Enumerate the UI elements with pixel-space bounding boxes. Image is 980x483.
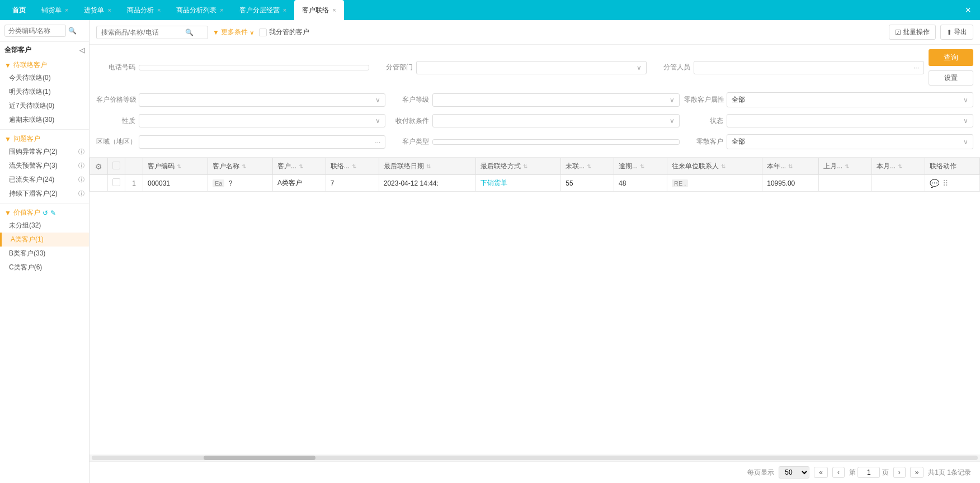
td-last-method[interactable]: 下销货单	[476, 175, 561, 192]
per-page-select[interactable]: 50 100 200	[779, 466, 809, 479]
nav-tab-sales[interactable]: 销货单 ×	[34, 0, 76, 20]
retail-attr-input[interactable]: 全部 ∨	[727, 92, 973, 107]
sidebar-item-a-class[interactable]: A类客户(1)	[0, 233, 89, 247]
price-level-input[interactable]: ∨	[139, 93, 385, 107]
th-uncontacted[interactable]: 未联... ⇅	[561, 158, 614, 175]
th-contact-count[interactable]: 联络... ⇅	[326, 158, 379, 175]
close-icon[interactable]: ×	[332, 7, 336, 13]
my-customers-checkbox[interactable]: 我分管的客户	[259, 27, 309, 37]
th-type[interactable]: 客户... ⇅	[272, 158, 326, 175]
th-overdue[interactable]: 逾期... ⇅	[614, 158, 667, 175]
sort-icon[interactable]: ⇅	[177, 163, 181, 169]
sort-icon[interactable]: ⇅	[640, 163, 644, 169]
th-settings[interactable]: ⚙	[90, 158, 108, 175]
sidebar-group-problem[interactable]: ▼ 问题客户	[0, 132, 89, 145]
customer-type-input[interactable]	[432, 139, 679, 145]
sidebar-group-value[interactable]: ▼ 价值客户 ↺ ✎	[0, 206, 89, 219]
edit-icon[interactable]: ✎	[50, 209, 56, 217]
sort-icon[interactable]: ⇅	[523, 163, 527, 169]
qr-icon[interactable]: ⠿	[943, 179, 948, 188]
sidebar-all-customers[interactable]: 全部客户 ◁	[0, 42, 89, 58]
nav-tab-analysis[interactable]: 商品分析 ×	[119, 0, 168, 20]
customer-level-input[interactable]: ∨	[432, 93, 679, 107]
th-name[interactable]: 客户名称 ⇅	[208, 158, 272, 175]
horizontal-scrollbar[interactable]	[89, 454, 980, 461]
retail-customer-input[interactable]: 全部 ∨	[727, 134, 973, 149]
th-this-month[interactable]: 本月... ⇅	[872, 158, 925, 175]
refresh-icon[interactable]: ↺	[43, 209, 48, 217]
th-last-method[interactable]: 最后联络方式 ⇅	[476, 158, 561, 175]
status-input[interactable]: ∨	[727, 114, 973, 127]
th-this-year[interactable]: 本年... ⇅	[762, 158, 819, 175]
payment-input[interactable]: ∨	[432, 114, 679, 127]
sort-icon[interactable]: ⇅	[898, 163, 902, 169]
sidebar-item-declining[interactable]: 持续下滑客户(2) ⓘ	[0, 187, 89, 201]
region-input[interactable]: ···	[139, 135, 385, 149]
sort-icon[interactable]: ⇅	[299, 163, 303, 169]
sidebar-item-hoarding[interactable]: 囤购异常客户(2) ⓘ	[0, 145, 89, 159]
message-icon[interactable]: 💬	[930, 179, 939, 188]
sort-icon[interactable]: ⇅	[352, 163, 356, 169]
sidebar-item-c-class[interactable]: C类客户(6)	[0, 261, 89, 274]
dept-input[interactable]: ∨	[416, 61, 647, 74]
sidebar-item-overdue[interactable]: 逾期未联络(30)	[0, 113, 89, 127]
more-icon[interactable]: ···	[375, 138, 380, 146]
gear-icon[interactable]: ⚙	[95, 162, 102, 171]
batch-ops-button[interactable]: ☑ 批量操作	[889, 25, 936, 40]
th-code[interactable]: 客户编码 ⇅	[143, 158, 208, 175]
checkbox-icon[interactable]	[259, 29, 267, 36]
select-all-checkbox[interactable]	[112, 162, 120, 169]
sidebar-item-churned[interactable]: 已流失客户(24) ⓘ	[0, 173, 89, 187]
search-input[interactable]	[101, 29, 185, 36]
collapse-icon[interactable]: ◁	[79, 46, 84, 54]
nav-tab-customer-contact[interactable]: 客户联络 ×	[294, 0, 343, 20]
prev-page-button[interactable]: ‹	[832, 467, 845, 478]
close-icon[interactable]: ×	[283, 7, 286, 13]
nav-tab-customer-seg[interactable]: 客户分层经营 ×	[232, 0, 294, 20]
more-icon[interactable]: ···	[913, 64, 919, 72]
sidebar-search-icon[interactable]: 🔍	[68, 27, 77, 35]
th-last-month[interactable]: 上月... ⇅	[819, 158, 872, 175]
sidebar-item-7days[interactable]: 近7天待联络(0)	[0, 99, 89, 113]
sidebar-item-churn-warning[interactable]: 流失预警客户(3) ⓘ	[0, 159, 89, 173]
last-page-button[interactable]: »	[910, 467, 924, 478]
more-filters-btn[interactable]: ▼ 更多条件 ∨	[213, 27, 255, 37]
sidebar-item-tomorrow[interactable]: 明天待联络(1)	[0, 85, 89, 99]
sidebar-group-pending[interactable]: ▼ 待联络客户	[0, 58, 89, 71]
row-checkbox[interactable]	[112, 178, 120, 186]
query-button[interactable]: 查询	[929, 49, 973, 66]
scrollbar-thumb[interactable]	[204, 456, 315, 460]
settings-button[interactable]: 设置	[929, 70, 973, 86]
sort-icon[interactable]: ⇅	[721, 163, 725, 169]
sort-icon[interactable]: ⇅	[426, 163, 431, 169]
nav-tab-home[interactable]: 首页	[4, 0, 34, 20]
phone-input[interactable]	[139, 65, 369, 70]
next-page-button[interactable]: ›	[893, 467, 906, 478]
window-close-button[interactable]: ×	[960, 4, 976, 16]
close-icon[interactable]: ×	[220, 7, 223, 13]
scrollbar-track[interactable]	[92, 456, 978, 460]
th-last-date[interactable]: 最后联络日期 ⇅	[379, 158, 475, 175]
nav-tab-analysis-list[interactable]: 商品分析列表 ×	[168, 0, 231, 20]
td-check[interactable]	[108, 175, 125, 192]
sort-icon[interactable]: ⇅	[845, 163, 849, 169]
first-page-button[interactable]: «	[814, 467, 828, 478]
close-icon[interactable]: ×	[157, 7, 161, 13]
sort-icon[interactable]: ⇅	[788, 163, 793, 169]
sidebar-search-input[interactable]	[4, 25, 66, 37]
page-input[interactable]	[858, 467, 880, 478]
close-icon[interactable]: ×	[65, 7, 68, 13]
sort-icon[interactable]: ⇅	[242, 163, 246, 169]
th-check[interactable]	[108, 158, 125, 175]
last-method-link[interactable]: 下销货单	[480, 179, 507, 187]
nav-tab-purchase[interactable]: 进货单 ×	[76, 0, 119, 20]
export-button[interactable]: ⬆ 导出	[940, 25, 973, 40]
sort-icon[interactable]: ⇅	[587, 163, 591, 169]
sidebar-item-ungrouped[interactable]: 未分组(32)	[0, 219, 89, 233]
sidebar-item-b-class[interactable]: B类客户(33)	[0, 247, 89, 261]
close-icon[interactable]: ×	[107, 7, 111, 13]
sidebar-item-today[interactable]: 今天待联络(0)	[0, 71, 89, 85]
th-company-contact[interactable]: 往来单位联系人 ⇅	[667, 158, 762, 175]
search-icon[interactable]: 🔍	[185, 29, 194, 36]
manager-input[interactable]: ···	[694, 61, 924, 74]
